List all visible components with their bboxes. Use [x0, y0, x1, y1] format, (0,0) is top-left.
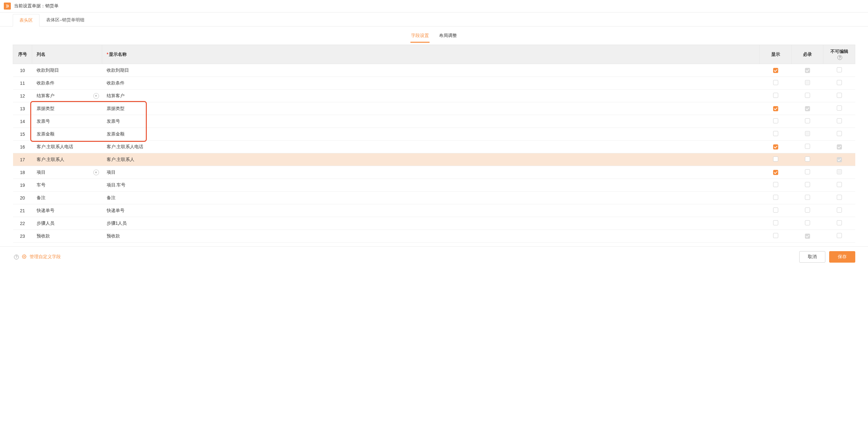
sub-tab-0[interactable]: 字段设置	[410, 31, 430, 43]
checkbox-required[interactable]	[805, 220, 810, 225]
cell-display[interactable]: 发票号	[102, 115, 760, 128]
checkbox-show[interactable]	[773, 170, 778, 175]
table-row[interactable]: 19车号项目.车号	[13, 179, 855, 192]
checkbox-readonly[interactable]	[837, 207, 842, 212]
cell-readonly	[824, 115, 855, 128]
checkbox-show[interactable]	[773, 144, 778, 149]
table-row[interactable]: 18项目+项目	[13, 166, 855, 179]
checkbox-show[interactable]	[773, 207, 778, 212]
table-row[interactable]: 16客户.主联系人电话客户.主联系人电话	[13, 141, 855, 153]
help-icon[interactable]: ?	[837, 55, 842, 60]
checkbox-show[interactable]	[773, 220, 778, 225]
table-row[interactable]: 12结算客户+结算客户	[13, 90, 855, 102]
table-row[interactable]: 10收款到期日收款到期日	[13, 64, 855, 77]
cell-display[interactable]: 客户.主联系人	[102, 153, 760, 166]
checkbox-show[interactable]	[773, 156, 778, 162]
checkbox-readonly[interactable]	[837, 182, 842, 187]
manage-custom-fields-link[interactable]: 管理自定义字段	[30, 254, 61, 260]
table-row[interactable]: 20备注备注	[13, 192, 855, 204]
help-icon[interactable]: ?	[14, 255, 19, 259]
table-row[interactable]: 15发票金额发票金额	[13, 128, 855, 141]
checkbox-required[interactable]	[805, 144, 810, 149]
tab-1[interactable]: 表体区–销货单明细	[39, 14, 91, 26]
th-readonly-label: 不可编辑	[830, 49, 848, 54]
cell-required	[792, 141, 824, 153]
checkbox-readonly[interactable]	[837, 93, 842, 98]
cell-display[interactable]: 预收款	[102, 230, 760, 242]
checkbox-required[interactable]	[805, 93, 810, 98]
checkbox-readonly[interactable]	[837, 131, 842, 136]
checkbox-readonly[interactable]	[837, 233, 842, 238]
checkbox-show[interactable]	[773, 80, 778, 85]
checkbox-show[interactable]	[773, 93, 778, 98]
checkbox-readonly[interactable]	[837, 118, 842, 123]
cell-display[interactable]: 收款条件	[102, 77, 760, 90]
checkbox-show[interactable]	[773, 195, 778, 200]
cell-display[interactable]: 项目.车号	[102, 179, 760, 192]
checkbox-show[interactable]	[773, 131, 778, 136]
checkbox-show[interactable]	[773, 68, 778, 73]
cell-readonly	[824, 230, 855, 242]
plus-icon[interactable]: +	[93, 170, 99, 175]
cell-readonly	[824, 153, 855, 166]
table-row[interactable]: 22步骤人员步骤1人员	[13, 217, 855, 230]
cell-display[interactable]: 备注	[102, 192, 760, 204]
cell-display[interactable]: 发票金额	[102, 128, 760, 141]
cell-show	[760, 90, 792, 102]
checkbox-readonly[interactable]	[837, 106, 842, 111]
cell-display[interactable]: 结算客户	[102, 90, 760, 102]
cell-required	[792, 179, 824, 192]
chevron-right-double-icon	[5, 4, 9, 8]
checkbox-required[interactable]	[805, 156, 810, 162]
cell-index: 16	[13, 141, 32, 153]
checkbox-required[interactable]	[805, 169, 810, 174]
plus-icon[interactable]: +	[93, 93, 99, 99]
tab-0[interactable]: 表头区	[13, 14, 39, 26]
cell-show	[760, 192, 792, 204]
checkbox-required	[805, 131, 810, 136]
table-row[interactable]: 11收款条件收款条件	[13, 77, 855, 90]
checkbox-required[interactable]	[805, 207, 810, 212]
table-row[interactable]: 14发票号发票号	[13, 115, 855, 128]
save-button[interactable]: 保存	[829, 251, 855, 263]
th-display: *显示名称	[102, 45, 760, 64]
cell-required	[792, 230, 824, 242]
checkbox-required[interactable]	[805, 182, 810, 187]
cell-display[interactable]: 项目	[102, 166, 760, 179]
cancel-button[interactable]: 取消	[799, 251, 825, 263]
sub-tab-1[interactable]: 布局调整	[438, 31, 458, 43]
table-row[interactable]: 21快递单号快递单号	[13, 204, 855, 217]
checkbox-required[interactable]	[805, 195, 810, 200]
checkbox-show[interactable]	[773, 106, 778, 111]
checkbox-required[interactable]	[805, 118, 810, 123]
svg-point-0	[24, 256, 25, 257]
checkbox-show[interactable]	[773, 182, 778, 187]
cell-required	[792, 115, 824, 128]
cell-index: 13	[13, 102, 32, 115]
cell-index: 15	[13, 128, 32, 141]
table-row[interactable]: 17客户.主联系人客户.主联系人	[13, 153, 855, 166]
header-bar: 当前设置单据：销货单	[0, 0, 868, 12]
cell-display[interactable]: 客户.主联系人电话	[102, 141, 760, 153]
checkbox-readonly[interactable]	[837, 195, 842, 200]
checkbox-show[interactable]	[773, 118, 778, 123]
header-title-label: 当前设置单据：	[14, 3, 45, 8]
checkbox-show[interactable]	[773, 233, 778, 238]
cell-name: 发票金额	[32, 128, 102, 141]
checkbox-readonly[interactable]	[837, 80, 842, 85]
checkbox-readonly[interactable]	[837, 220, 842, 225]
table-row[interactable]: 13票据类型票据类型	[13, 102, 855, 115]
cell-display[interactable]: 快递单号	[102, 204, 760, 217]
cell-display[interactable]: 收款到期日	[102, 64, 760, 77]
cell-display[interactable]: 票据类型	[102, 102, 760, 115]
cell-name: 收款条件	[32, 77, 102, 90]
table-row[interactable]: 23预收款预收款	[13, 230, 855, 242]
cell-required	[792, 166, 824, 179]
expand-sidebar-button[interactable]	[4, 3, 11, 9]
cell-required	[792, 102, 824, 115]
cell-index: 14	[13, 115, 32, 128]
cell-required	[792, 217, 824, 230]
cell-display[interactable]: 步骤1人员	[102, 217, 760, 230]
checkbox-readonly[interactable]	[837, 67, 842, 73]
cell-show	[760, 128, 792, 141]
